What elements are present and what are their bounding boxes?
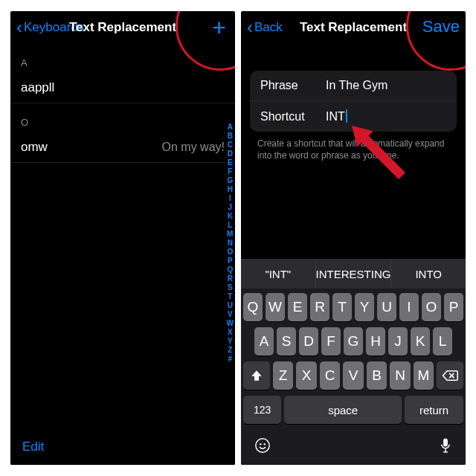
- index-letter[interactable]: W: [227, 319, 234, 328]
- suggestion[interactable]: "INT": [241, 259, 316, 289]
- key-k[interactable]: K: [411, 327, 430, 356]
- index-letter[interactable]: X: [228, 328, 233, 337]
- navbar: ‹ Back Text Replacement Save: [241, 11, 466, 44]
- backspace-icon: [442, 369, 458, 382]
- key-r[interactable]: R: [310, 293, 329, 321]
- key-x[interactable]: X: [296, 361, 317, 390]
- row-secondary: On my way!: [162, 141, 225, 154]
- shortcut-row[interactable]: Shortcut INT: [250, 101, 457, 132]
- svg-point-3: [256, 439, 269, 452]
- key-q[interactable]: Q: [243, 293, 263, 321]
- phrase-label: Phrase: [260, 79, 326, 92]
- smiley-icon: [254, 437, 271, 454]
- index-letter[interactable]: V: [228, 310, 233, 319]
- index-letter[interactable]: B: [228, 132, 233, 141]
- key-h[interactable]: H: [366, 327, 385, 356]
- keyboard-row: ASDFGHJKL: [243, 327, 463, 356]
- index-letter[interactable]: O: [227, 248, 233, 257]
- emoji-key[interactable]: [254, 437, 271, 457]
- form-group: Phrase In The Gym Shortcut INT: [250, 71, 457, 132]
- index-letter[interactable]: Q: [227, 266, 233, 274]
- key-e[interactable]: E: [288, 293, 307, 321]
- phone-right-screenshot: ‹ Back Text Replacement Save Phrase In T…: [241, 11, 466, 465]
- key-s[interactable]: S: [277, 327, 296, 356]
- keyboard-row: ZXCVBNM: [243, 361, 463, 390]
- key-a[interactable]: A: [254, 327, 274, 356]
- table-row[interactable]: omw On my way!: [10, 132, 235, 163]
- index-letter[interactable]: T: [228, 292, 232, 301]
- section-header-o: O: [10, 103, 235, 132]
- index-letter[interactable]: G: [227, 176, 233, 185]
- index-letter[interactable]: C: [228, 141, 233, 149]
- back-button[interactable]: ‹ Back: [247, 19, 283, 36]
- index-letter[interactable]: A: [228, 123, 233, 132]
- edit-button[interactable]: Edit: [22, 440, 44, 454]
- shortcut-field[interactable]: INT: [326, 109, 446, 123]
- index-letter[interactable]: F: [228, 167, 232, 176]
- index-letter[interactable]: U: [228, 301, 233, 310]
- suggestion[interactable]: INTERESTING: [316, 259, 392, 289]
- index-letter[interactable]: P: [228, 257, 233, 266]
- key-y[interactable]: Y: [355, 293, 374, 321]
- key-space[interactable]: space: [284, 396, 402, 424]
- svg-point-5: [264, 443, 266, 445]
- index-letter[interactable]: S: [228, 283, 233, 292]
- key-123[interactable]: 123: [243, 396, 281, 424]
- key-j[interactable]: J: [388, 327, 408, 356]
- key-return[interactable]: return: [405, 396, 463, 424]
- phrase-field[interactable]: In The Gym: [326, 79, 446, 92]
- suggestion[interactable]: INTO: [391, 259, 466, 289]
- chevron-left-icon: ‹: [247, 19, 253, 36]
- key-delete[interactable]: [437, 361, 463, 390]
- key-z[interactable]: Z: [273, 361, 294, 390]
- back-button[interactable]: ‹ Keyboards: [16, 19, 84, 36]
- key-p[interactable]: P: [444, 293, 463, 321]
- key-w[interactable]: W: [266, 293, 285, 321]
- key-shift[interactable]: [243, 361, 270, 390]
- table-row[interactable]: aappll: [10, 73, 235, 103]
- onscreen-keyboard: "INT" INTERESTING INTO QWERTYUIOP ASDFGH…: [241, 259, 466, 465]
- index-letter[interactable]: #: [228, 355, 232, 364]
- key-b[interactable]: B: [367, 361, 387, 390]
- key-i[interactable]: I: [399, 293, 419, 321]
- row-primary: omw: [21, 140, 48, 155]
- index-letter[interactable]: D: [228, 149, 233, 158]
- index-letter[interactable]: N: [228, 239, 233, 248]
- index-letter[interactable]: M: [227, 230, 233, 239]
- key-t[interactable]: T: [332, 293, 352, 321]
- key-n[interactable]: N: [390, 361, 411, 390]
- key-u[interactable]: U: [377, 293, 396, 321]
- key-f[interactable]: F: [321, 327, 341, 356]
- dictation-key[interactable]: [439, 437, 452, 457]
- index-letter[interactable]: H: [228, 185, 233, 194]
- key-c[interactable]: C: [320, 361, 341, 390]
- key-g[interactable]: G: [344, 327, 363, 356]
- save-button[interactable]: Save: [422, 17, 460, 36]
- index-letter[interactable]: I: [229, 194, 231, 203]
- chevron-left-icon: ‹: [16, 19, 22, 36]
- index-letter[interactable]: K: [228, 212, 233, 221]
- phrase-row[interactable]: Phrase In The Gym: [250, 71, 457, 101]
- index-letter[interactable]: L: [228, 221, 232, 230]
- plus-icon: +: [212, 14, 226, 41]
- key-l[interactable]: L: [433, 327, 452, 356]
- keyboard-row: 123 space return: [243, 396, 463, 424]
- add-button[interactable]: +: [212, 16, 226, 39]
- alphabet-index[interactable]: ABCDEFGHIJKLMNOPQRSTUVWXYZ#: [227, 123, 234, 364]
- key-d[interactable]: D: [299, 327, 318, 356]
- key-m[interactable]: M: [414, 361, 434, 390]
- section-header-a: A: [10, 44, 235, 73]
- bottom-toolbar: Edit: [10, 429, 235, 465]
- phone-left-screenshot: ‹ Keyboards Text Replacement + A aappll …: [10, 11, 235, 465]
- mic-icon: [439, 437, 452, 454]
- index-letter[interactable]: Y: [228, 337, 233, 346]
- svg-rect-6: [443, 438, 448, 446]
- index-letter[interactable]: E: [228, 158, 233, 167]
- index-letter[interactable]: Z: [228, 346, 232, 355]
- key-v[interactable]: V: [343, 361, 364, 390]
- helper-text: Create a shortcut that will automaticall…: [241, 132, 466, 161]
- row-primary: aappll: [21, 80, 54, 95]
- key-o[interactable]: O: [422, 293, 441, 321]
- index-letter[interactable]: R: [228, 274, 233, 283]
- index-letter[interactable]: J: [228, 203, 232, 212]
